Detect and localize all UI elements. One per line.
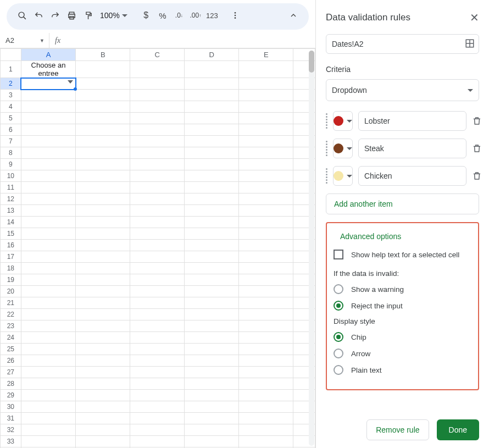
cell[interactable] — [21, 355, 75, 367]
cell[interactable] — [76, 193, 130, 205]
cell[interactable] — [76, 378, 130, 390]
radio-icon[interactable] — [334, 349, 343, 358]
cell[interactable] — [239, 297, 293, 309]
range-input[interactable] — [326, 34, 479, 54]
cell[interactable] — [130, 240, 185, 251]
vertical-scrollbar[interactable] — [309, 51, 314, 446]
row-header[interactable]: 6 — [1, 124, 21, 136]
row-header[interactable]: 16 — [1, 240, 21, 251]
cell[interactable] — [21, 424, 75, 436]
cell[interactable] — [21, 136, 75, 147]
cell[interactable] — [239, 274, 293, 286]
cell[interactable] — [130, 159, 185, 170]
cell[interactable] — [239, 263, 293, 274]
cell[interactable] — [185, 297, 239, 309]
cell[interactable] — [76, 101, 130, 113]
row-header[interactable]: 21 — [1, 297, 21, 309]
radio-icon[interactable] — [334, 284, 343, 294]
color-chip[interactable] — [333, 166, 353, 186]
undo-icon[interactable] — [31, 8, 46, 23]
cell[interactable] — [185, 240, 239, 251]
search-icon[interactable] — [14, 8, 30, 23]
cell[interactable] — [130, 101, 185, 113]
cell[interactable] — [76, 136, 130, 147]
drag-handle-icon[interactable] — [326, 141, 327, 156]
increase-decimal-icon[interactable]: .00↑ — [188, 8, 203, 23]
row-header[interactable]: 2 — [1, 78, 21, 90]
cell[interactable] — [76, 205, 130, 217]
criteria-select[interactable]: Dropdown — [326, 79, 479, 101]
paint-format-icon[interactable] — [80, 8, 96, 23]
cell[interactable] — [185, 159, 239, 170]
cell[interactable] — [185, 263, 239, 274]
drag-handle-icon[interactable] — [326, 113, 327, 129]
help-text-checkbox-row[interactable]: Show help text for a selected cell — [334, 250, 471, 259]
row-header[interactable]: 4 — [1, 101, 21, 113]
cell[interactable] — [76, 401, 130, 413]
cell[interactable] — [21, 217, 75, 228]
cell[interactable] — [185, 217, 239, 228]
cell[interactable] — [76, 355, 130, 367]
cell[interactable] — [76, 332, 130, 344]
cell[interactable] — [130, 193, 185, 205]
row-header[interactable]: 9 — [1, 159, 21, 170]
cell[interactable] — [76, 182, 130, 193]
row-header[interactable]: 8 — [1, 147, 21, 159]
cell[interactable] — [76, 274, 130, 286]
cell[interactable] — [239, 228, 293, 240]
cell[interactable] — [76, 390, 130, 401]
cell[interactable] — [76, 240, 130, 251]
cell[interactable] — [239, 61, 293, 78]
cell[interactable] — [76, 217, 130, 228]
cell[interactable] — [130, 332, 185, 344]
delete-icon[interactable] — [472, 171, 482, 181]
name-box[interactable]: A2 ▼ — [0, 33, 49, 48]
cell[interactable] — [130, 436, 185, 447]
cell[interactable] — [21, 101, 75, 113]
cell[interactable] — [239, 240, 293, 251]
cell[interactable] — [185, 436, 239, 447]
column-header[interactable]: E — [239, 49, 293, 61]
cell[interactable] — [130, 136, 185, 147]
row-header[interactable]: 11 — [1, 182, 21, 193]
cell[interactable] — [76, 263, 130, 274]
color-chip[interactable] — [333, 111, 353, 131]
cell[interactable] — [239, 424, 293, 436]
row-header[interactable]: 13 — [1, 205, 21, 217]
percent-icon[interactable]: % — [155, 8, 170, 23]
cell[interactable] — [76, 113, 130, 124]
cell[interactable] — [21, 332, 75, 344]
cell[interactable] — [130, 297, 185, 309]
cell[interactable] — [185, 344, 239, 355]
row-header[interactable]: 5 — [1, 113, 21, 124]
cell[interactable] — [21, 251, 75, 263]
cell[interactable] — [21, 228, 75, 240]
cell[interactable] — [21, 274, 75, 286]
cell[interactable] — [130, 124, 185, 136]
cell[interactable] — [130, 344, 185, 355]
cell[interactable] — [76, 159, 130, 170]
cell[interactable] — [239, 90, 293, 101]
cell[interactable] — [185, 424, 239, 436]
cell[interactable] — [239, 182, 293, 193]
cell[interactable] — [21, 309, 75, 320]
cell[interactable] — [21, 147, 75, 159]
option-value-input[interactable] — [358, 111, 466, 131]
cell[interactable] — [185, 332, 239, 344]
cell[interactable] — [239, 390, 293, 401]
cell[interactable] — [130, 147, 185, 159]
cell[interactable] — [76, 228, 130, 240]
row-header[interactable]: 32 — [1, 424, 21, 436]
row-header[interactable]: 29 — [1, 390, 21, 401]
cell[interactable] — [76, 367, 130, 378]
option-value-input[interactable] — [358, 139, 466, 158]
cell[interactable] — [185, 61, 239, 78]
cell[interactable] — [185, 378, 239, 390]
display-style-option[interactable]: Plain text — [334, 365, 471, 375]
cell[interactable] — [130, 90, 185, 101]
select-range-icon[interactable] — [465, 38, 475, 48]
row-header[interactable]: 19 — [1, 274, 21, 286]
cell[interactable] — [21, 170, 75, 182]
radio-icon[interactable] — [334, 365, 343, 375]
cell[interactable] — [185, 390, 239, 401]
